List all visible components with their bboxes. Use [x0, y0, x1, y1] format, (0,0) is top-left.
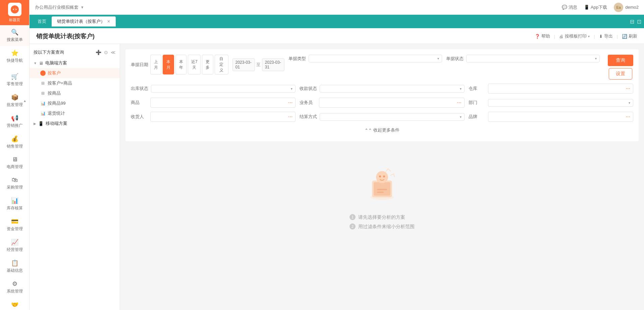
minimize-btn[interactable]: ⊟: [630, 18, 634, 25]
tab-close-btn[interactable]: ✕: [107, 19, 110, 24]
sidebar-item-inventory[interactable]: 📊 库存核算: [0, 194, 29, 214]
sidebar-item-enterprise[interactable]: 🤝 企业协同: [0, 298, 29, 310]
sidebar-item-sales[interactable]: 💰 销售管理: [0, 132, 29, 153]
refresh-label: 刷新: [629, 33, 637, 39]
logo-area[interactable]: 标题页: [0, 0, 29, 25]
warehouse-dots[interactable]: ···: [626, 86, 630, 92]
out-status-select[interactable]: ▾: [151, 85, 296, 93]
sidebar-item-label-quick-nav: 快捷导航: [7, 58, 23, 63]
salesperson-select[interactable]: ···: [319, 98, 464, 108]
tree-item-by-customer-goods[interactable]: ⊞ 按客户+商品: [30, 78, 120, 88]
tree-group-mobile-header[interactable]: ▶ 📱 移动端方案: [30, 118, 120, 128]
sidebar-item-label-finance: 资金管理: [7, 226, 23, 232]
sidebar-item-finance[interactable]: 💳 资金管理: [0, 214, 29, 235]
goods-select[interactable]: ···: [150, 98, 296, 108]
report-tab-label: 销货单统计表（按客户）: [57, 18, 105, 24]
tab-home[interactable]: 首页: [32, 16, 52, 27]
svg-rect-10: [377, 192, 384, 193]
tab-report[interactable]: 销货单统计表（按客户） ✕: [52, 16, 116, 27]
department-chevron: ▾: [629, 101, 630, 105]
sidebar-item-basic[interactable]: 📋 基础信息: [0, 256, 29, 277]
left-panel: 按以下方案查询 ➕ ⊙ ≪ ▼ 🖥 电脑端方案: [30, 44, 120, 310]
sidebar-item-purchase[interactable]: 🛍 采购管理: [0, 173, 29, 194]
sidebar-item-quick-nav[interactable]: ⭐ 快捷导航: [0, 46, 29, 67]
mobile-group-icon: 📱: [38, 121, 44, 126]
app-download-label: App下载: [591, 4, 607, 10]
header-left: 办公用品行业模拟账套 ▾: [35, 4, 84, 10]
edit-scheme-btn[interactable]: ⊙: [104, 50, 108, 55]
sidebar-item-label-sales: 销售管理: [7, 144, 23, 149]
query-button[interactable]: 查询: [608, 55, 633, 66]
sidebar-item-wholesale[interactable]: 📦 批发管理 ▲: [0, 90, 29, 111]
user-profile-btn[interactable]: Ea demo2: [614, 3, 639, 12]
print-btn[interactable]: 🖨 按模板打印 ▾: [559, 33, 590, 39]
message-btn[interactable]: 💬 消息: [562, 4, 577, 10]
refresh-btn[interactable]: 🔄 刷新: [622, 33, 637, 39]
sidebar-item-label-marketing: 营销推广: [7, 123, 23, 128]
chevron-up-icon: ▲: [23, 99, 26, 103]
app-download-btn[interactable]: 📱 App下载: [584, 4, 607, 10]
settings-button[interactable]: 设置: [609, 68, 632, 80]
operation-icon: 📈: [11, 239, 18, 246]
date-from-input[interactable]: 2023-03-01: [232, 58, 255, 71]
sidebar-item-label-basic: 基础信息: [7, 268, 23, 273]
sidebar-item-system[interactable]: ⚙ 系统管理: [0, 277, 29, 298]
receiver-dots[interactable]: ···: [288, 114, 292, 120]
svg-point-6: [376, 171, 388, 183]
empty-icon: [362, 165, 402, 206]
pay-status-select[interactable]: ▾: [320, 85, 464, 93]
sidebar-item-operation[interactable]: 📈 经营管理: [0, 235, 29, 256]
tree-item-by-customer-label: 按客户: [48, 70, 61, 76]
active-item-icon: [40, 70, 46, 76]
goods-dots[interactable]: ···: [288, 100, 292, 106]
department-label: 部门: [469, 100, 485, 106]
right-content: 单据日期 上月 本月 本年 近7天 更多 自定义 20: [120, 44, 644, 310]
dropdown-icon[interactable]: ▾: [81, 5, 84, 10]
app-download-icon: 📱: [584, 5, 589, 10]
sidebar-item-marketing[interactable]: 📢 营销推广: [0, 111, 29, 132]
date-btn-this-month[interactable]: 本月: [163, 55, 174, 74]
tree-item-by-goods-99[interactable]: 📊 按商品99: [30, 98, 120, 108]
sidebar-item-search[interactable]: 🔍 搜索菜单: [0, 25, 29, 46]
date-btn-custom[interactable]: 自定义: [215, 55, 228, 74]
brand-label: 品牌: [469, 114, 485, 120]
date-btn-last-7days[interactable]: 近7天: [188, 55, 201, 74]
sidebar-item-label-system: 系统管理: [7, 289, 23, 294]
sidebar-item-label-retail: 零售管理: [7, 81, 23, 87]
tree-group-desktop-header[interactable]: ▼ 🖥 电脑端方案: [30, 58, 120, 68]
tree-item-return-stats[interactable]: 📊 退货统计: [30, 108, 120, 118]
salesperson-dots[interactable]: ···: [457, 100, 461, 106]
sidebar-item-label-purchase: 采购管理: [7, 185, 23, 190]
tree-item-by-customer[interactable]: 按客户: [30, 68, 120, 78]
department-select[interactable]: ▾: [488, 99, 633, 107]
tree-item-by-goods-99-label: 按商品99: [48, 100, 65, 106]
collapse-row[interactable]: ⌃⌃ 收起更多条件: [131, 124, 633, 136]
sidebar-item-label-operation: 经营管理: [7, 247, 23, 253]
brand-dots[interactable]: ···: [626, 114, 630, 120]
brand-select[interactable]: ···: [488, 112, 633, 122]
date-to-input[interactable]: 2023-03-31: [262, 58, 284, 71]
warehouse-select[interactable]: ···: [488, 84, 633, 94]
search-icon: 🔍: [11, 29, 18, 36]
sidebar-item-label-inventory: 库存核算: [7, 205, 23, 211]
date-btn-last-month[interactable]: 上月: [150, 55, 161, 74]
out-status-label: 出库状态: [131, 86, 148, 92]
export-btn[interactable]: ⬇ 导出: [599, 33, 613, 39]
tab-bar: 首页 销货单统计表（按客户） ✕ ⊟ ⊡: [30, 15, 644, 28]
receiver-select[interactable]: ···: [150, 112, 296, 122]
doc-status-select[interactable]: ▾: [466, 55, 600, 62]
print-label: 按模板打印: [565, 33, 587, 39]
maximize-btn[interactable]: ⊡: [637, 18, 641, 25]
sidebar-item-retail[interactable]: 🛒 零售管理: [0, 69, 29, 90]
add-scheme-btn[interactable]: ➕: [96, 50, 101, 55]
settlement-select[interactable]: ▾: [320, 113, 464, 121]
date-btn-this-year[interactable]: 本年: [175, 55, 186, 74]
sidebar-item-ecommerce[interactable]: 🖥 电商管理: [0, 153, 29, 173]
help-btn[interactable]: ❓ 帮助: [535, 33, 550, 39]
doc-type-select[interactable]: ▾: [309, 55, 442, 62]
tree-item-by-goods[interactable]: ⊞ 按商品: [30, 88, 120, 98]
collapse-panel-btn[interactable]: ≪: [111, 50, 116, 55]
quick-nav-icon: ⭐: [11, 49, 18, 57]
help-label: 帮助: [541, 33, 550, 39]
date-btn-more[interactable]: 更多: [202, 55, 213, 74]
